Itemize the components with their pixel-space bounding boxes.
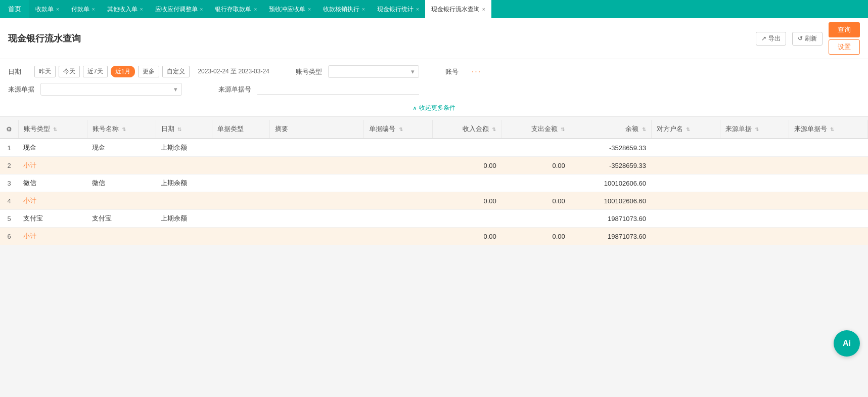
- cell-expense: [501, 174, 570, 192]
- cell-doc-type: [212, 174, 269, 192]
- nav-tab-verify[interactable]: 收款核销执行 ×: [317, 0, 371, 18]
- nav-home[interactable]: 首页: [0, 0, 29, 18]
- cell-summary: [269, 157, 363, 174]
- nav-tab-adjustment[interactable]: 应收应付调整单 ×: [149, 0, 209, 18]
- source-doc-no-label: 来源单据号: [218, 85, 251, 94]
- cell-expense: [501, 139, 570, 157]
- cell-account-name: 支付宝: [87, 210, 156, 228]
- close-icon[interactable]: ×: [254, 7, 257, 12]
- cell-income: [433, 139, 501, 157]
- cell-account-name: 微信: [87, 174, 156, 192]
- cell-summary: [269, 192, 363, 210]
- cell-expense: 0.00: [501, 192, 570, 210]
- setting-button[interactable]: 设置: [829, 39, 860, 55]
- col-summary: 摘要: [269, 120, 363, 139]
- cell-date: 上期余额: [156, 210, 212, 228]
- cell-source-doc: [720, 228, 789, 245]
- date-btn-yesterday[interactable]: 昨天: [34, 66, 56, 77]
- nav-tab-bank-deposit[interactable]: 银行存取款单 ×: [209, 0, 263, 18]
- date-btn-today[interactable]: 今天: [59, 66, 80, 77]
- close-icon[interactable]: ×: [140, 7, 143, 12]
- date-btn-1month[interactable]: 近1月: [111, 66, 135, 77]
- close-icon[interactable]: ×: [362, 7, 365, 12]
- cell-account-type: 微信: [18, 174, 87, 192]
- close-icon[interactable]: ×: [92, 7, 95, 12]
- cell-source-doc-no: [789, 228, 867, 245]
- date-btn-7days[interactable]: 近7天: [83, 66, 108, 77]
- nav-tab-stats[interactable]: 现金银行统计 ×: [371, 0, 425, 18]
- col-expense: 支出金额 ⇅: [501, 120, 570, 139]
- chevron-down-icon: ▾: [174, 85, 177, 93]
- sort-icon: ⇅: [177, 126, 181, 132]
- page-title: 现金银行流水查询: [8, 32, 81, 45]
- filter-row-date: 日期 昨天 今天 近7天 近1月 更多 自定义 2023-02-24 至 202…: [8, 65, 860, 78]
- source-doc-no-input[interactable]: [257, 84, 419, 95]
- close-icon[interactable]: ×: [200, 7, 203, 12]
- cell-date: 上期余额: [156, 139, 212, 157]
- cell-summary: [269, 210, 363, 228]
- col-gear[interactable]: ⚙: [0, 120, 18, 139]
- table-row: 4小计0.000.00100102606.60: [0, 192, 868, 210]
- cell-income: [433, 174, 501, 192]
- col-source-doc-no: 来源单据号 ⇅: [789, 120, 867, 139]
- cell-source-doc-no: [789, 210, 867, 228]
- cell-expense: [501, 210, 570, 228]
- cell-counterpart: [651, 210, 720, 228]
- cell-counterpart: [651, 157, 720, 174]
- ellipsis-button[interactable]: ···: [472, 67, 481, 76]
- col-income: 收入金额 ⇅: [433, 120, 501, 139]
- cell-counterpart: [651, 228, 720, 245]
- col-date: 日期 ⇅: [156, 120, 212, 139]
- source-doc-select[interactable]: ▾: [40, 83, 182, 96]
- sort-icon: ⇅: [122, 126, 126, 132]
- nav-tab-other-income[interactable]: 其他收入单 ×: [101, 0, 149, 18]
- cell-source-doc-no: [789, 157, 867, 174]
- collapse-bar[interactable]: ∧ 收起更多条件: [8, 101, 860, 116]
- gear-icon[interactable]: ⚙: [6, 125, 12, 133]
- close-icon[interactable]: ×: [416, 7, 419, 12]
- cell-summary: [269, 228, 363, 245]
- cell-summary: [269, 139, 363, 157]
- cell-source-doc: [720, 210, 789, 228]
- nav-tab-cashflow[interactable]: 现金银行流水查询 ×: [425, 0, 491, 18]
- sort-icon: ⇅: [492, 126, 496, 132]
- date-range-display: 2023-02-24 至 2023-03-24: [198, 67, 269, 76]
- cell-source-doc: [720, 139, 789, 157]
- cell-income: 0.00: [433, 192, 501, 210]
- cell-date: [156, 157, 212, 174]
- page-header: 现金银行流水查询 ↗ 导出 ↺ 刷新 查询 设置: [0, 18, 868, 59]
- cell-account-type: 小计: [18, 228, 87, 245]
- export-button[interactable]: ↗ 导出: [756, 32, 786, 46]
- account-type-label: 账号类型: [296, 67, 322, 76]
- cell-balance: -3528659.33: [570, 157, 651, 174]
- cell-expense: 0.00: [501, 228, 570, 245]
- close-icon[interactable]: ×: [308, 7, 311, 12]
- nav-tab-shoukuan[interactable]: 收款单 ×: [29, 0, 65, 18]
- cell-doc-type: [212, 157, 269, 174]
- cell-doc-no: [364, 139, 433, 157]
- export-icon: ↗: [761, 35, 766, 42]
- date-btn-more[interactable]: 更多: [138, 66, 159, 77]
- refresh-button[interactable]: ↺ 刷新: [792, 32, 823, 46]
- cell-source-doc: [720, 174, 789, 192]
- cell-counterpart: [651, 192, 720, 210]
- chevron-up-icon: ∧: [413, 105, 417, 112]
- query-button[interactable]: 查询: [829, 22, 860, 37]
- date-btn-custom[interactable]: 自定义: [162, 66, 190, 77]
- cell-doc-no: [364, 174, 433, 192]
- cell-date: [156, 192, 212, 210]
- cell-date: 上期余额: [156, 174, 212, 192]
- row-number: 3: [0, 174, 18, 192]
- cell-date: [156, 228, 212, 245]
- cell-account-name: [87, 192, 156, 210]
- nav-tab-fukuan[interactable]: 付款单 ×: [65, 0, 101, 18]
- row-number: 2: [0, 157, 18, 174]
- cell-balance: 19871073.60: [570, 228, 651, 245]
- nav-tab-advance[interactable]: 预收冲应收单 ×: [263, 0, 317, 18]
- sort-icon: ⇅: [561, 126, 565, 132]
- account-type-select[interactable]: ▾: [328, 65, 419, 78]
- account-label: 账号: [445, 67, 466, 76]
- close-icon[interactable]: ×: [56, 7, 59, 12]
- table-row: 3微信微信上期余额100102606.60: [0, 174, 868, 192]
- close-icon[interactable]: ×: [482, 7, 485, 12]
